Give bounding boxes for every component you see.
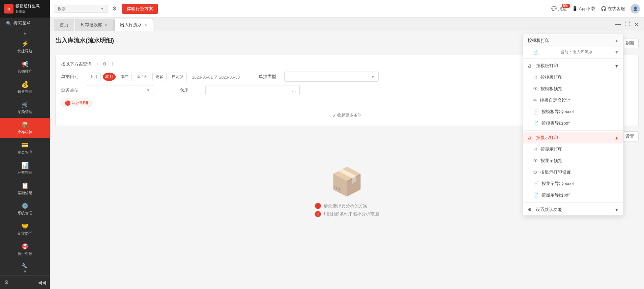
app-download-label: App下载 (579, 6, 595, 12)
dropdown-item-template-print[interactable]: 🖨 按模板打印 (523, 72, 623, 83)
sidebar-search[interactable]: 🔍 搜索菜单 (0, 18, 50, 29)
item-template-preview-label: 按模板预览 (540, 86, 562, 92)
filter-collapse-btn[interactable]: ∧ 收起更多条件 (333, 112, 361, 118)
tab-batch-label: 库存批次账 (81, 22, 103, 28)
filter-tag-liushui[interactable]: 🔴 流水明细 (61, 99, 92, 107)
dropdown-current-label: 当前：出入库流水 (560, 49, 593, 55)
tab-batch[interactable]: 库存批次账 ✕ (75, 19, 114, 31)
dropdown-item-display-preview[interactable]: 👁 按显示预览 (523, 155, 623, 166)
date-more[interactable]: 更多 (152, 73, 167, 81)
display-section-header[interactable]: 🖨 按显示打印 ▲ (523, 132, 623, 143)
sidebar-item-operations[interactable]: 📊 经营管理 (0, 158, 50, 179)
dropdown-display-section: 🖨 按显示打印 ▲ 🖨 按显示打印 👁 按显示预览 ⚙ 按显示打印设置 📄 按显… (523, 132, 623, 203)
warehouse-select[interactable]: … (205, 85, 300, 95)
dropdown-item-display-print[interactable]: 🖨 按显示打印 (523, 143, 623, 155)
tab-flow[interactable]: 出入库流水 ✕ (114, 19, 153, 31)
dropdown-current-icon: 📄 (533, 50, 538, 55)
sidebar-item-finance[interactable]: 💳 资金管理 (0, 138, 50, 158)
dropdown-current-chevron[interactable]: ▼ (615, 50, 619, 55)
dropdown-item-template-pdf[interactable]: 📄 按模板导出pdf (523, 117, 623, 129)
sidebar-item-cooperation[interactable]: 🤝 企业协同 (0, 219, 50, 239)
avatar-icon: 👤 (633, 6, 638, 11)
nav-item-label: 基础信息 (18, 190, 32, 195)
dropdown-item-display-pdf[interactable]: 📄 按显示导出pdf (523, 189, 623, 201)
guide-icon: 🎯 (21, 243, 29, 250)
filter-settings-btn[interactable]: ⚙ (103, 61, 107, 67)
sidebar-item-quick-nav[interactable]: ⚡ 快捷导航 (0, 37, 50, 57)
finance-icon: 💳 (21, 141, 29, 149)
sidebar-item-purchase[interactable]: 🛒 采购管理 (0, 98, 50, 118)
tab-home[interactable]: 首页 (54, 19, 74, 31)
topbar-messages[interactable]: 💬 消息 99+ (551, 6, 567, 12)
template-section-icon: 🖨 (528, 63, 532, 68)
sidebar-item-inventory[interactable]: 📦 库存核算 (0, 118, 50, 138)
item-template-custom-icon: ✏ (533, 98, 537, 103)
topbar-gear-icon[interactable]: ⚙ (112, 5, 117, 12)
nav-item-label: 经营管理 (18, 170, 32, 175)
user-avatar[interactable]: 👤 (631, 4, 640, 14)
sidebar-item-system[interactable]: ⚙️ 系统管理 (0, 199, 50, 219)
item-template-preview-icon: 👁 (533, 86, 538, 91)
empty-step-2: 2 用[过滤]条件来缩小分析范围 (315, 211, 379, 217)
dropdown-item-template-preview[interactable]: 👁 按模板预览 (523, 83, 623, 95)
item-template-pdf-label: 按模板导出pdf (541, 120, 569, 126)
date-last-7[interactable]: 近7天 (134, 73, 150, 81)
quick-nav-icon: ⚡ (21, 40, 29, 48)
topbar-search-input[interactable] (58, 6, 99, 11)
industry-btn[interactable]: 体验行业方案 (122, 4, 158, 14)
default-func-section-header[interactable]: ⚙ 设置默认功能 ▼ (523, 204, 623, 215)
dropdown-chevron-up[interactable]: ▲ (614, 38, 619, 43)
nav-item-label: 快捷导航 (18, 49, 32, 54)
dropdown-current: 📄 当前：出入库流水 ▼ (523, 47, 623, 57)
topbar-app-download[interactable]: 📱 App下载 (572, 6, 595, 12)
sidebar-item-basic-info[interactable]: 📋 基础信息 (0, 179, 50, 199)
dropdown-template-section: 🖨 按模板打印 ▼ 🖨 按模板打印 👁 按模板预览 ✏ 模板自定义设计 📄 按模… (523, 60, 623, 131)
refresh-label: 刷新 (625, 40, 634, 46)
date-this-year[interactable]: 本年 (118, 73, 132, 81)
messages-badge: 99+ (562, 4, 570, 8)
date-custom[interactable]: 自定义 (169, 73, 187, 81)
sidebar-item-app-center[interactable]: 🔧 应用中心 (0, 260, 50, 268)
date-this-month[interactable]: 本月 (103, 73, 116, 81)
sidebar-item-guide[interactable]: 🎯 新手引导 (0, 239, 50, 260)
sidebar-scroll-down[interactable]: ▼ (0, 268, 50, 275)
nav-item-label: 营销推广 (18, 69, 32, 74)
tabbar-minimize-btn[interactable]: — (614, 20, 622, 29)
sidebar-settings-icon[interactable]: ⚙ (4, 279, 9, 286)
sidebar-item-marketing[interactable]: 📢 营销推广 (0, 57, 50, 77)
date-prev-month[interactable]: 上月 (87, 73, 101, 81)
nav-item-label: 新手引导 (18, 251, 32, 256)
dropdown-item-template-excel[interactable]: 📄 按模板导出excel (523, 106, 623, 117)
doc-type-select[interactable]: ▼ (284, 72, 379, 82)
tag-icon: 🔴 (65, 100, 70, 106)
tab-flow-close[interactable]: ✕ (144, 23, 147, 27)
marketing-icon: 📢 (21, 60, 29, 68)
item-display-settings-label: 按显示打印设置 (540, 169, 571, 175)
item-display-print-label: 按显示打印 (540, 146, 562, 152)
sidebar: b 畅捷通好生意 标准版 🔍 搜索菜单 ▲ ⚡ 快捷导航 📢 营销推广 💰 销售… (0, 0, 50, 289)
filter-add-btn[interactable]: ＋ (94, 60, 100, 68)
filter-collapse-left-btn[interactable]: 《 (109, 61, 114, 67)
default-func-section-icon: ⚙ (528, 207, 532, 212)
item-display-preview-label: 按显示预览 (540, 158, 562, 164)
tabbar-expand-btn[interactable]: ⛶ (623, 20, 632, 29)
filter-date-label: 单据日期 (61, 74, 81, 80)
tab-batch-close[interactable]: ✕ (105, 23, 108, 27)
tabbar-close-btn[interactable]: ✕ (633, 20, 640, 29)
dropdown-item-display-excel[interactable]: 📄 按显示导出excel (523, 178, 623, 189)
tag-label: 流水明细 (72, 100, 88, 106)
dropdown-item-display-settings[interactable]: ⚙ 按显示打印设置 (523, 166, 623, 178)
topbar-online-service[interactable]: 🎧 在线客服 (601, 6, 625, 12)
dropdown-item-template-custom[interactable]: ✏ 模板自定义设计 (523, 95, 623, 106)
item-display-preview-icon: 👁 (533, 158, 538, 163)
topbar-search-box[interactable]: ▼ (54, 5, 108, 13)
sidebar-item-sales[interactable]: 💰 销售管理 (0, 77, 50, 98)
sidebar-scroll-up[interactable]: ▲ (0, 29, 50, 37)
template-section-label: 按模板打印 (536, 63, 558, 68)
template-section-header[interactable]: 🖨 按模板打印 ▼ (523, 60, 623, 72)
sidebar-collapse-icon[interactable]: ◀◀ (38, 279, 46, 286)
display-section-chevron: ▲ (614, 135, 619, 140)
topbar-search-chevron[interactable]: ▼ (100, 6, 104, 11)
biz-type-select[interactable]: ▼ (87, 85, 154, 95)
app-name: 畅捷通好生意 (16, 4, 40, 9)
